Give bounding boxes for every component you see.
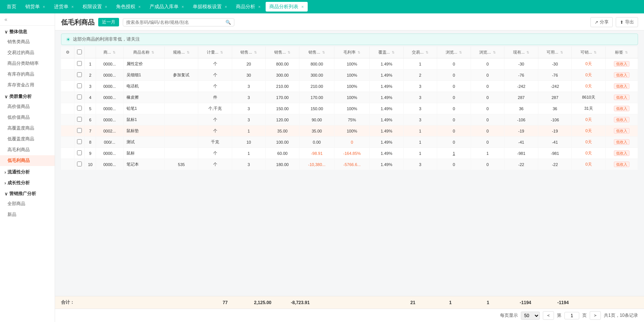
row-checkbox[interactable] bbox=[77, 106, 82, 111]
export-button[interactable]: ⬆ 导出 bbox=[616, 17, 638, 27]
row-view1[interactable]: 1 bbox=[437, 148, 471, 159]
col-settings[interactable]: ⚙ bbox=[61, 47, 74, 58]
row-gross-margin: 100% bbox=[334, 58, 370, 70]
search-icon[interactable]: 🔍 bbox=[225, 20, 231, 25]
nav-permission-close[interactable]: × bbox=[105, 4, 107, 9]
col-sales-count[interactable]: 销售... ⇅ bbox=[232, 47, 266, 58]
row-checkbox[interactable] bbox=[77, 95, 82, 99]
sidebar-group-cluster[interactable]: ∨ 类群量分析 bbox=[0, 90, 55, 101]
nav-product-stock-close[interactable]: × bbox=[182, 4, 184, 9]
row-checkbox[interactable] bbox=[77, 117, 82, 122]
row-checkbox[interactable] bbox=[77, 72, 82, 77]
col-sales-profit[interactable]: 销售... ⇅ bbox=[299, 47, 334, 58]
col-sales-amount[interactable]: 销售... ⇅ bbox=[266, 47, 299, 58]
row-view1: 0 bbox=[437, 92, 471, 103]
col-name[interactable]: 商品名称 ⇅ bbox=[123, 47, 164, 58]
select-all-checkbox[interactable] bbox=[77, 50, 82, 54]
sidebar-group-overall[interactable]: ∨ 整体信息 bbox=[0, 26, 55, 36]
group-label-circulation: 流通性分析 bbox=[7, 169, 30, 175]
sidebar-item-sales-goods[interactable]: 销售类商品 bbox=[0, 36, 55, 47]
nav-analysis-close[interactable]: × bbox=[258, 4, 260, 9]
row-unit: 个,千克 bbox=[198, 103, 232, 114]
sidebar-item-traded-goods[interactable]: 交易过的商品 bbox=[0, 47, 55, 58]
row-current-stock: 287 bbox=[504, 92, 538, 103]
row-checkbox-cell bbox=[74, 114, 85, 125]
col-unit[interactable]: 计量... ⇅ bbox=[198, 47, 232, 58]
col-spec[interactable]: 规格... ⇅ bbox=[164, 47, 198, 58]
col-code[interactable]: 商... ⇅ bbox=[96, 47, 124, 58]
page-number-input[interactable] bbox=[564, 312, 579, 319]
row-checkbox[interactable] bbox=[77, 150, 82, 155]
nav-product-stock[interactable]: 产成品入库单 × bbox=[146, 2, 188, 12]
search-input[interactable] bbox=[126, 20, 224, 25]
col-view1[interactable]: 浏览... ⇅ bbox=[437, 47, 471, 58]
sidebar-item-high-coverage[interactable]: 高覆盖度商品 bbox=[0, 123, 55, 134]
col-coverage[interactable]: 覆盖... ⇅ bbox=[370, 47, 404, 58]
sidebar-item-capital[interactable]: 库存资金占用 bbox=[0, 80, 55, 90]
table-header-row: ⚙ 商... ⇅ 商品名称 ⇅ 规格... ⇅ 计量... ⇅ 销售... ⇅ … bbox=[61, 47, 638, 58]
col-trade[interactable]: 交易... ⇅ bbox=[403, 47, 437, 58]
col-available[interactable]: 可用... ⇅ bbox=[538, 47, 572, 58]
sidebar-item-in-stock[interactable]: 有库存的商品 bbox=[0, 69, 55, 80]
nav-permission[interactable]: 权限设置 × bbox=[79, 2, 111, 12]
nav-sales-close[interactable]: × bbox=[43, 4, 45, 9]
col-saleable[interactable]: 可销... ⇅ bbox=[572, 47, 606, 58]
row-tag: 低收入 bbox=[605, 114, 638, 125]
row-tag: 低收入 bbox=[605, 103, 638, 114]
page-size-select[interactable]: 50 100 200 bbox=[521, 312, 540, 320]
row-spec: 535 bbox=[164, 159, 198, 170]
row-sales-count: 3 bbox=[232, 92, 266, 103]
sidebar-item-new-goods[interactable]: 新品 bbox=[0, 209, 55, 220]
sidebar-group-circulation[interactable]: › 流通性分析 bbox=[0, 166, 55, 177]
col-current-stock[interactable]: 现有... ⇅ bbox=[504, 47, 538, 58]
sidebar-group-growth[interactable]: › 成长性分析 bbox=[0, 177, 55, 188]
page-size-label: 每页显示 bbox=[500, 312, 518, 319]
sidebar-item-low-value[interactable]: 低价值商品 bbox=[0, 112, 55, 123]
row-coverage: 1.49% bbox=[370, 92, 404, 103]
nav-product-analysis[interactable]: 商品分析 × bbox=[232, 2, 264, 12]
col-checkbox[interactable] bbox=[74, 47, 85, 58]
sidebar-item-category-rate[interactable]: 商品分类助销率 bbox=[0, 58, 55, 69]
row-settings bbox=[61, 148, 74, 159]
nav-purchase-close[interactable]: × bbox=[71, 4, 74, 9]
prev-page-btn[interactable]: ＜ bbox=[543, 311, 554, 320]
nav-sales[interactable]: 销货单 × bbox=[22, 2, 49, 12]
row-checkbox[interactable] bbox=[77, 139, 82, 144]
nav-analysis-list-close[interactable]: × bbox=[301, 4, 304, 9]
row-checkbox[interactable] bbox=[77, 162, 82, 166]
nav-template-close[interactable]: × bbox=[225, 4, 227, 9]
col-view2[interactable]: 浏览... ⇅ bbox=[471, 47, 504, 58]
row-settings bbox=[61, 58, 74, 70]
nav-role-close[interactable]: × bbox=[138, 4, 141, 9]
tag-badge: 低收入 bbox=[614, 83, 629, 89]
table-row: 50000... 铅笔1 个,千克 3 150.00 150.00 100% 1… bbox=[61, 103, 638, 114]
sidebar-item-all-goods[interactable]: 全部商品 bbox=[0, 198, 55, 209]
nav-purchase[interactable]: 进货单 × bbox=[50, 2, 77, 12]
sort-view1-icon: ⇅ bbox=[459, 51, 462, 54]
table-wrapper[interactable]: ⚙ 商... ⇅ 商品名称 ⇅ 规格... ⇅ 计量... ⇅ 销售... ⇅ … bbox=[61, 47, 638, 294]
sidebar-group-marketing[interactable]: ∨ 营销推广分析 bbox=[0, 188, 55, 198]
nav-role[interactable]: 角色授权 × bbox=[112, 2, 144, 12]
row-name: 属性定价 bbox=[123, 58, 164, 70]
nav-analysis-list[interactable]: 商品分析列表 × bbox=[266, 2, 307, 12]
sidebar-item-high-value[interactable]: 高价值商品 bbox=[0, 101, 55, 112]
row-current-stock: -106 bbox=[504, 114, 538, 125]
sidebar-collapse-btn[interactable]: « bbox=[3, 15, 9, 24]
next-page-btn[interactable]: ＞ bbox=[590, 311, 601, 320]
row-checkbox[interactable] bbox=[77, 83, 82, 88]
footer-sales-profit: -8,723.91 bbox=[282, 300, 319, 305]
share-button[interactable]: ↗ 分享 bbox=[590, 17, 613, 27]
nav-home[interactable]: 首页 bbox=[3, 2, 20, 12]
row-sales-amount: 210.00 bbox=[266, 81, 299, 92]
sidebar-item-low-margin[interactable]: 低毛利商品 bbox=[0, 155, 55, 166]
sidebar-item-low-coverage[interactable]: 低覆盖度商品 bbox=[0, 134, 55, 144]
col-tag[interactable]: 标签 ⇅ bbox=[605, 47, 638, 58]
row-tag: 低收入 bbox=[605, 159, 638, 170]
time-filter-button[interactable]: 近一月 bbox=[98, 18, 119, 26]
row-checkbox[interactable] bbox=[77, 61, 82, 66]
sidebar-item-high-margin[interactable]: 高毛利商品 bbox=[0, 144, 55, 155]
nav-template[interactable]: 单据模板设置 × bbox=[189, 2, 231, 12]
col-gross-margin[interactable]: 毛利率 ⇅ bbox=[334, 47, 370, 58]
row-checkbox[interactable] bbox=[77, 128, 82, 133]
row-available: -30 bbox=[538, 58, 572, 70]
